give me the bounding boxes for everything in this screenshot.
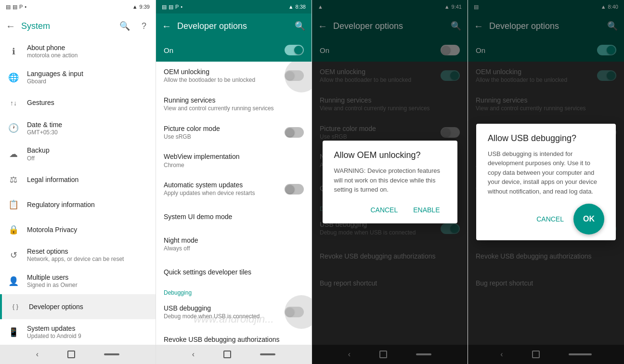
status-bar-1: ▤ ▤ P • ▲ 9:39	[0, 0, 156, 13]
picture-color-item-2[interactable]: Picture color mode Use sRGB	[156, 118, 312, 147]
on-banner-2[interactable]: On	[156, 39, 312, 62]
oem-text-2: OEM unlocking Allow the bootloader to be…	[164, 67, 285, 84]
picture-toggle-thumb-2	[286, 128, 294, 137]
running-services-item-2[interactable]: Running services View and control curren…	[156, 90, 312, 118]
oem-dialog-actions: Cancel Enable	[334, 202, 446, 218]
nav-back-1[interactable]: ‹	[36, 350, 39, 359]
topbar-icons-2: 🔍	[294, 20, 306, 32]
sidebar-text-privacy: Motorola Privacy	[27, 225, 148, 234]
sidebar-item-users[interactable]: 👤 Multiple users Signed in as Owner	[0, 268, 156, 294]
oem-unlocking-item-2[interactable]: OEM unlocking Allow the bootloader to be…	[156, 62, 312, 90]
webview-item-2[interactable]: WebView implementation Chrome	[156, 146, 312, 175]
status-bar-2: ▤ ▤ P • ▲ 8:38	[156, 0, 312, 13]
sim-icon: ▤	[6, 4, 11, 10]
sidebar-text-updates: System updates Updated to Android 9	[27, 324, 148, 340]
usb-debug-item-2[interactable]: USB debugging Debug mode when USB is con…	[156, 298, 312, 326]
nav-recents-1[interactable]	[104, 353, 119, 355]
status-right-2: ▲ 8:38	[288, 4, 306, 10]
sidebar-item-about[interactable]: ℹ About phone motorola one action	[0, 39, 156, 65]
auto-updates-toggle-thumb-2	[286, 185, 294, 194]
sidebar-item-developer[interactable]: { } Developer options	[0, 294, 156, 319]
back-button-1[interactable]: ←	[6, 21, 15, 32]
system-ui-text-2: System UI demo mode	[164, 212, 304, 221]
sim2-icon: ▤	[13, 4, 17, 10]
usb-debug-label-2: USB debugging	[164, 304, 285, 312]
back-button-2[interactable]: ←	[162, 21, 171, 32]
sidebar-text-developer: Developer options	[29, 302, 148, 311]
sidebar-item-datetime[interactable]: 🕐 Date & time GMT+05:30	[0, 116, 156, 142]
backup-icon: ☁	[8, 148, 19, 160]
sidebar-item-languages[interactable]: 🌐 Languages & input Gboard	[0, 65, 156, 91]
quick-settings-item-2[interactable]: Quick settings developer tiles	[156, 259, 312, 286]
updates-icon: 📱	[8, 326, 19, 338]
sidebar-text-regulatory: Regulatory information	[27, 200, 148, 209]
picture-toggle-2[interactable]	[285, 127, 304, 138]
about-label: About phone	[27, 43, 148, 52]
nav-home-1[interactable]	[67, 351, 75, 358]
sidebar-item-updates[interactable]: 📱 System updates Updated to Android 9	[0, 319, 156, 345]
oem-enable-button[interactable]: Enable	[407, 202, 445, 218]
help-icon[interactable]: ?	[138, 20, 150, 32]
developer-options-panel-2: ▤ ▤ P • ▲ 8:38 ← Developer options 🔍 On …	[156, 0, 312, 364]
night-mode-sub-2: Always off	[164, 245, 304, 253]
picture-label-2: Picture color mode	[164, 124, 285, 133]
status-left-1: ▤ ▤ P •	[6, 4, 26, 10]
reset-label: Reset options	[27, 247, 148, 256]
auto-updates-toggle-2[interactable]	[285, 184, 304, 195]
usb-dialog-overlay: Allow USB debugging? USB debugging is in…	[468, 0, 624, 364]
quick-settings-label-2: Quick settings developer tiles	[164, 268, 304, 276]
quick-settings-text-2: Quick settings developer tiles	[164, 268, 304, 276]
system-title: System	[21, 21, 113, 31]
p-icon: P	[19, 4, 23, 10]
running-sub-2: View and control currently running servi…	[164, 105, 304, 113]
info-icon: ℹ	[8, 46, 19, 57]
revoke-usb-item-2[interactable]: Revoke USB debugging authorizations	[156, 326, 312, 345]
sidebar-item-gestures[interactable]: ↑↓ Gestures	[0, 91, 156, 116]
oem-dialog: Allow OEM unlocking? WARNING: Device pro…	[323, 141, 457, 223]
sidebar-content: ℹ About phone motorola one action 🌐 Lang…	[0, 39, 156, 345]
wifi-icon-2: ▲	[288, 4, 294, 10]
toggle-thumb-2	[294, 46, 303, 54]
night-mode-item-2[interactable]: Night mode Always off	[156, 230, 312, 259]
regulatory-icon: 📋	[8, 199, 19, 210]
usb-cancel-button[interactable]: Cancel	[531, 211, 570, 227]
updates-label: System updates	[27, 324, 148, 333]
nav-recents-2[interactable]	[260, 353, 275, 355]
sidebar-item-backup[interactable]: ☁ Backup Off	[0, 141, 156, 167]
search-icon-1[interactable]: 🔍	[119, 20, 130, 32]
wifi-icon: ▲	[132, 4, 138, 10]
backup-label: Backup	[27, 146, 148, 155]
privacy-label: Motorola Privacy	[27, 225, 148, 234]
gestures-icon: ↑↓	[8, 97, 19, 109]
usb-dialog-title: Allow USB debugging?	[488, 133, 604, 143]
search-icon-2[interactable]: 🔍	[294, 20, 306, 32]
usb-ok-button[interactable]: OK	[573, 204, 604, 234]
usb-toggle-circle-2	[285, 295, 312, 329]
revoke-usb-text-2: Revoke USB debugging authorizations	[164, 335, 304, 344]
running-text-2: Running services View and control curren…	[164, 96, 304, 113]
sim2-icon-2: ▤	[169, 4, 173, 10]
oem-sub-2: Allow the bootloader to be unlocked	[164, 77, 285, 84]
revoke-usb-label-2: Revoke USB debugging authorizations	[164, 335, 304, 344]
users-label: Multiple users	[27, 273, 148, 282]
sidebar-item-regulatory[interactable]: 📋 Regulatory information	[0, 192, 156, 217]
auto-updates-item-2[interactable]: Automatic system updates Apply updates w…	[156, 175, 312, 203]
legal-label: Legal information	[27, 175, 148, 184]
on-toggle-2[interactable]	[285, 45, 304, 55]
sidebar-text-legal: Legal information	[27, 175, 148, 184]
oem-cancel-button[interactable]: Cancel	[364, 202, 403, 218]
developer-options-panel-3: ▲ ▲ 9:41 ← Developer options 🔍 On OEM un…	[312, 0, 468, 364]
sidebar-item-privacy[interactable]: 🔒 Motorola Privacy	[0, 217, 156, 242]
settings-list-2: OEM unlocking Allow the bootloader to be…	[156, 62, 312, 345]
sidebar-text-reset: Reset options Network, apps, or device c…	[27, 247, 148, 263]
sidebar-item-legal[interactable]: ⚖ Legal information	[0, 167, 156, 192]
nav-home-2[interactable]	[223, 351, 231, 358]
status-right-1: ▲ 9:39	[132, 4, 150, 10]
system-ui-item-2[interactable]: System UI demo mode	[156, 203, 312, 230]
sidebar-item-reset[interactable]: ↺ Reset options Network, apps, or device…	[0, 242, 156, 268]
nav-back-2[interactable]: ‹	[192, 350, 195, 359]
developer-options-panel-4: ▤ ▲ 8:40 ← Developer options 🔍 On OEM un…	[468, 0, 624, 364]
nav-bar-1: ‹	[0, 345, 156, 364]
developer-label: Developer options	[29, 302, 148, 311]
sidebar-text-about: About phone motorola one action	[27, 43, 148, 60]
